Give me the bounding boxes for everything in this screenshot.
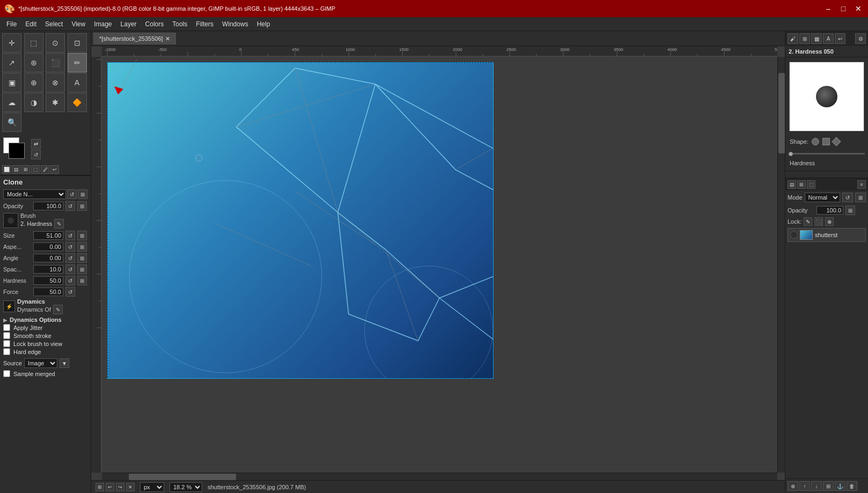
layers-icon[interactable]: ▤ [12, 165, 20, 174]
v-scrollbar-thumb[interactable] [778, 73, 785, 153]
layer-opacity-chain[interactable]: ⊞ [845, 205, 855, 215]
tool-move[interactable]: ✛ [2, 33, 21, 53]
statusbar-icon4[interactable]: ✕ [126, 483, 135, 491]
tool-paintbrush[interactable]: ✏ [68, 53, 87, 72]
channels-panel-icon[interactable]: ⊞ [797, 180, 806, 189]
lock-brush-checkbox[interactable] [3, 340, 10, 347]
minimize-button[interactable]: – [823, 3, 834, 14]
mode-chain-btn[interactable]: ⊞ [78, 189, 87, 199]
tool-eraser[interactable]: ▣ [2, 73, 21, 92]
force-input[interactable] [33, 288, 63, 296]
size-chain-btn[interactable]: ⊞ [77, 231, 87, 240]
canvas-tab-close[interactable]: ✕ [165, 35, 170, 42]
statusbar-icon3[interactable]: ↪ [116, 483, 124, 491]
menu-tools[interactable]: Tools [168, 19, 192, 29]
canvas-image[interactable] [107, 62, 494, 379]
zoom-select[interactable]: 18.2 % 100 % 50 % [170, 482, 202, 492]
h-scrollbar-thumb[interactable] [129, 474, 236, 480]
tool-lasso[interactable]: ⊙ [46, 33, 65, 53]
duplicate-layer-btn[interactable]: ⊞ [823, 481, 834, 491]
new-image-icon[interactable]: ⬜ [2, 165, 11, 174]
menu-image[interactable]: Image [90, 19, 116, 29]
tool-warp[interactable]: ⊛ [24, 53, 43, 72]
canvas-tab[interactable]: *[shutterstock_2535506] ✕ [93, 33, 176, 45]
opacity-chain-btn[interactable]: ⊞ [77, 201, 87, 211]
menu-edit[interactable]: Edit [21, 19, 41, 29]
sample-merged-checkbox[interactable] [3, 370, 10, 377]
rp-configure-btn[interactable]: ⚙ [855, 33, 866, 44]
source-dropdown-btn[interactable]: ▼ [60, 358, 69, 368]
angle-reset-btn[interactable]: ↺ [65, 253, 75, 263]
rp-tab-fonts[interactable]: A [823, 33, 834, 44]
rp-tab-history[interactable]: ↩ [835, 33, 845, 44]
raise-layer-btn[interactable]: ↑ [799, 481, 810, 491]
dynamics-options-header[interactable]: ▶ Dynamics Options [3, 317, 87, 323]
apply-jitter-checkbox[interactable] [3, 324, 10, 331]
history-icon[interactable]: 🖉 [41, 165, 49, 174]
mode-reset-btn[interactable]: ↺ [67, 189, 77, 199]
spacing-reset-btn[interactable]: ↺ [65, 264, 75, 274]
tool-colorpicker[interactable]: 🔶 [68, 93, 87, 112]
rp-tab-gradients[interactable]: ▦ [811, 33, 822, 44]
tool-zoom[interactable]: 🔍 [2, 113, 21, 132]
menu-select[interactable]: Select [41, 19, 67, 29]
layer-mode-select[interactable]: Normal Multiply Screen [805, 193, 840, 202]
canvas-viewport[interactable] [102, 57, 777, 473]
close-button[interactable]: ✕ [853, 3, 864, 14]
spacing-chain-btn[interactable]: ⊞ [77, 264, 87, 274]
hardness-input[interactable] [33, 276, 63, 285]
hardness-reset-btn[interactable]: ↺ [65, 276, 75, 285]
foreground-color-swatch[interactable] [9, 143, 25, 159]
dynamics-edit-btn[interactable]: ✎ [53, 305, 63, 314]
tool-rect-select[interactable]: ⬚ [24, 33, 43, 53]
angle-chain-btn[interactable]: ⊞ [77, 253, 87, 263]
maximize-button[interactable]: □ [838, 3, 849, 14]
new-layer-btn[interactable]: ⊕ [788, 481, 798, 491]
angle-input[interactable] [33, 254, 63, 262]
swap-colors-button[interactable]: ⇄ [31, 139, 41, 149]
paths-panel-icon[interactable]: ⬚ [807, 180, 815, 189]
brush-preview-thumb[interactable] [3, 213, 18, 228]
tool-text[interactable]: A [68, 73, 87, 92]
layer-opacity-input[interactable] [816, 206, 843, 215]
hardness-slider-track[interactable] [789, 153, 865, 154]
size-input[interactable] [33, 231, 63, 240]
menu-file[interactable]: File [2, 19, 21, 29]
layer-mode-reset-btn[interactable]: ↺ [842, 193, 853, 202]
layer-visibility-icon[interactable] [790, 231, 798, 239]
paths-icon[interactable]: ⬚ [31, 165, 40, 174]
opacity-input[interactable]: 100.0 [33, 202, 63, 210]
delete-layer-btn[interactable]: 🗑 [847, 481, 857, 491]
rp-tab-patterns[interactable]: ⊞ [799, 33, 810, 44]
tool-smudge[interactable]: ☁ [2, 93, 21, 112]
shape-circle[interactable] [812, 138, 819, 145]
mode-select[interactable]: Mode N... Normal Multiply [3, 189, 66, 199]
tool-transform[interactable]: ↗ [2, 53, 21, 72]
menu-view[interactable]: View [67, 19, 90, 29]
lock-alpha-icon[interactable]: ⬛ [814, 217, 823, 226]
force-reset-btn[interactable]: ↺ [65, 287, 75, 297]
menu-help[interactable]: Help [253, 19, 275, 29]
vertical-scrollbar[interactable] [777, 57, 785, 473]
lock-pixel-icon[interactable]: ✎ [804, 217, 812, 226]
statusbar-icon2[interactable]: ↩ [106, 483, 114, 491]
canvas-scroll[interactable]: -1900 -500 0 450 1000 1500 2000 2500 [91, 46, 785, 480]
tool-heal[interactable]: ⊗ [46, 73, 65, 92]
hardness-slider-thumb[interactable] [789, 152, 793, 156]
tool-bucket[interactable]: ⬛ [46, 53, 65, 72]
hardness-chain-btn[interactable]: ⊞ [77, 276, 87, 285]
spacing-input[interactable] [33, 265, 63, 274]
layer-panel-menu[interactable]: ≡ [857, 180, 866, 189]
channels-icon[interactable]: ⊞ [21, 165, 30, 174]
menu-layer[interactable]: Layer [116, 19, 141, 29]
brush-edit-btn[interactable]: ✎ [54, 219, 64, 229]
layer-mode-chain-btn[interactable]: ⊞ [855, 193, 866, 202]
unit-select[interactable]: px mm in [140, 482, 164, 492]
horizontal-scrollbar[interactable] [102, 473, 777, 480]
shape-square[interactable] [822, 138, 830, 145]
menu-windows[interactable]: Windows [218, 19, 253, 29]
menu-filters[interactable]: Filters [192, 19, 218, 29]
opacity-reset-btn[interactable]: ↺ [65, 201, 75, 211]
layers-panel-icon[interactable]: ▤ [788, 180, 796, 189]
tool-crop[interactable]: ⊡ [68, 33, 87, 53]
